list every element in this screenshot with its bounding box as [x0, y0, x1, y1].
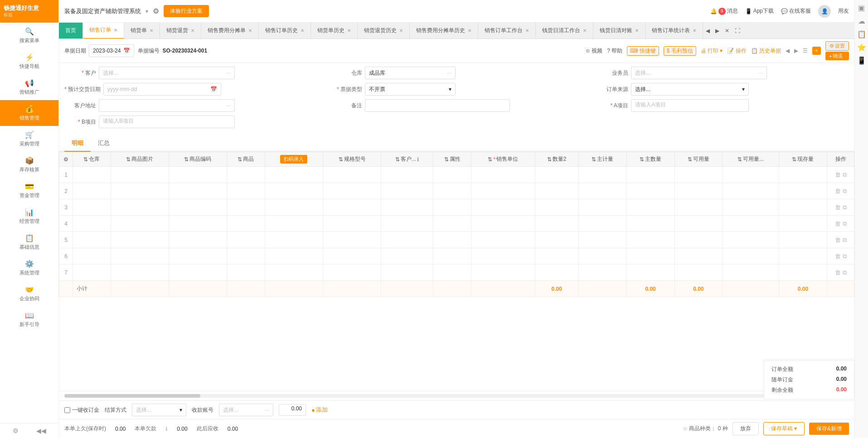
sidebar-item-basic-info[interactable]: 📋 基础信息 [0, 229, 58, 255]
tab-reconcile[interactable]: 钱货日清对账 ✕ [593, 23, 645, 39]
row-spec[interactable] [323, 183, 381, 199]
settings-button[interactable]: ⚙ 设置 [825, 41, 849, 51]
account-select[interactable]: 选择... ··· [219, 404, 273, 416]
tab-expand-btn[interactable]: ⛶ [732, 23, 743, 39]
view-label[interactable]: ⊙ 视频 [586, 47, 602, 55]
tab-sales-order[interactable]: 销售订单 ✕ [83, 23, 124, 39]
one-click-collect-checkbox[interactable]: 一键收订金 [64, 406, 99, 414]
tab-summary[interactable]: 汇总 [91, 135, 117, 152]
close-icon[interactable]: ✕ [150, 28, 153, 33]
close-icon[interactable]: ✕ [248, 28, 252, 33]
sidebar-item-search[interactable]: 🔍 搜索菜单 [0, 23, 58, 48]
scan-button[interactable]: 扫码录入 [280, 155, 307, 164]
invoice-select[interactable]: 不开票 ▾ [365, 83, 456, 96]
row-unit[interactable] [471, 167, 535, 183]
notes-input[interactable] [365, 99, 510, 112]
delivery-input[interactable]: yyyy-mm-dd 📅 [103, 83, 221, 96]
customer-input[interactable]: 选择... ··· [99, 67, 235, 79]
row-warehouse[interactable] [73, 199, 111, 216]
row-stock[interactable] [779, 183, 827, 199]
panel-icon-3[interactable]: 📋 [857, 30, 866, 39]
sidebar-item-stock[interactable]: 📦 库存核算 [0, 152, 58, 178]
row-code[interactable] [169, 167, 227, 183]
row-available2[interactable] [723, 183, 779, 199]
row-qty2[interactable] [535, 167, 578, 183]
row-main-qty[interactable] [626, 167, 674, 183]
tab-next-btn[interactable]: ▶ [713, 23, 722, 39]
trial-button[interactable]: 体验行业方案 [164, 5, 209, 17]
delete-icon[interactable]: 🗑 [835, 220, 841, 227]
row-attr[interactable] [433, 183, 471, 199]
copy-icon[interactable]: ⧉ [843, 171, 847, 178]
close-icon[interactable]: ✕ [635, 28, 639, 33]
sidebar-item-system[interactable]: ⚙️ 系统管理 [0, 255, 58, 281]
copy-icon[interactable]: ⧉ [843, 269, 847, 276]
row-image[interactable] [111, 183, 169, 199]
sort-icon[interactable]: ⇅ [792, 156, 796, 163]
notification-item[interactable]: 🔔 9 消息 [710, 7, 738, 15]
row-attr[interactable] [433, 167, 471, 183]
sort-icon[interactable]: ⇅ [737, 156, 742, 163]
sort-icon[interactable]: ⇅ [547, 156, 552, 163]
address-input[interactable]: ··· [99, 99, 235, 112]
tab-sales-invoice[interactable]: 销货单 ✕ [124, 23, 160, 39]
a-project-input[interactable]: 请输入A项目 [631, 99, 749, 112]
close-icon[interactable]: ✕ [301, 28, 304, 33]
copy-icon[interactable]: ⧉ [843, 220, 847, 227]
row-available2[interactable] [723, 167, 779, 183]
profit-label[interactable]: $ 毛利预估 [664, 46, 696, 56]
row-code[interactable] [169, 183, 227, 199]
sort-icon[interactable]: ⇅ [238, 156, 242, 163]
delete-icon[interactable]: 🗑 [835, 253, 841, 260]
help-label[interactable]: ? 帮助 [607, 47, 622, 55]
row-spec[interactable] [323, 167, 381, 183]
tab-return-history[interactable]: 销货退货历史 ✕ [358, 23, 410, 39]
list-view-icon[interactable]: ☰ [803, 48, 808, 54]
add-goods-button[interactable]: + 物流 [825, 52, 849, 60]
save-draft-button[interactable]: 保存草稿 ▾ [763, 422, 805, 435]
row-stock[interactable] [779, 167, 827, 183]
copy-icon[interactable]: ⧉ [843, 188, 847, 195]
date-input[interactable]: 2023-03-24 📅 [89, 44, 134, 57]
calendar-icon[interactable]: 📅 [123, 48, 130, 54]
row-warehouse[interactable] [73, 183, 111, 199]
panel-icon-4[interactable]: ⭐ [857, 43, 866, 52]
online-support-item[interactable]: 💬 在线客服 [781, 7, 811, 15]
copy-icon[interactable]: ⧉ [843, 253, 847, 260]
sort-icon[interactable]: ⇅ [688, 156, 692, 163]
tab-invoice-history[interactable]: 销货单历史 ✕ [311, 23, 358, 39]
info-icon[interactable]: ℹ [417, 156, 419, 163]
order-source-select[interactable]: 选择... ▾ [631, 83, 749, 96]
collect-checkbox[interactable] [64, 407, 70, 413]
row-image[interactable] [111, 167, 169, 183]
salesperson-input[interactable]: 选择... ··· [631, 67, 767, 79]
close-icon[interactable]: ✕ [191, 28, 194, 33]
sidebar-item-sales[interactable]: 💰 销售管理 [0, 100, 58, 126]
delete-icon[interactable]: 🗑 [835, 204, 841, 211]
sidebar-item-quick[interactable]: ⚡ 快捷导航 [0, 48, 58, 74]
history-label[interactable]: 📋 历史单据 [751, 47, 781, 55]
save-new-button[interactable]: 保存&新增 [809, 423, 849, 435]
settings-icon[interactable]: ⚙ [13, 427, 19, 434]
close-icon[interactable]: ✕ [693, 28, 696, 33]
delete-icon[interactable]: 🗑 [835, 188, 841, 195]
row-warehouse[interactable] [73, 167, 111, 183]
panel-icon-2[interactable]: ☁ [858, 17, 865, 25]
sidebar-item-guide[interactable]: 📖 新手引导 [0, 307, 58, 332]
tab-more-btn[interactable]: ✕ [722, 23, 732, 39]
delete-icon[interactable]: 🗑 [835, 269, 841, 276]
row-customer-code[interactable] [381, 183, 433, 199]
row-product[interactable] [227, 183, 265, 199]
tab-order-history[interactable]: 销售订单历史 ✕ [259, 23, 311, 39]
operate-label[interactable]: 📝 操作 [727, 47, 746, 55]
row-main-qty[interactable] [626, 183, 674, 199]
prev-nav-icon[interactable]: ◀ [786, 48, 790, 54]
sort-icon[interactable]: ⇅ [395, 156, 400, 163]
sidebar-item-marketing[interactable]: 📢 营销推广 [0, 74, 58, 100]
payment-method-select[interactable]: 选择... ▾ [132, 404, 186, 416]
row-scan[interactable] [265, 167, 323, 183]
tab-fee-history[interactable]: 销售费用分摊单历史 ✕ [410, 23, 478, 39]
tab-prev-btn[interactable]: ◀ [703, 23, 713, 39]
row-main-unit[interactable] [578, 183, 626, 199]
scrollbar-thumb[interactable] [64, 394, 200, 398]
